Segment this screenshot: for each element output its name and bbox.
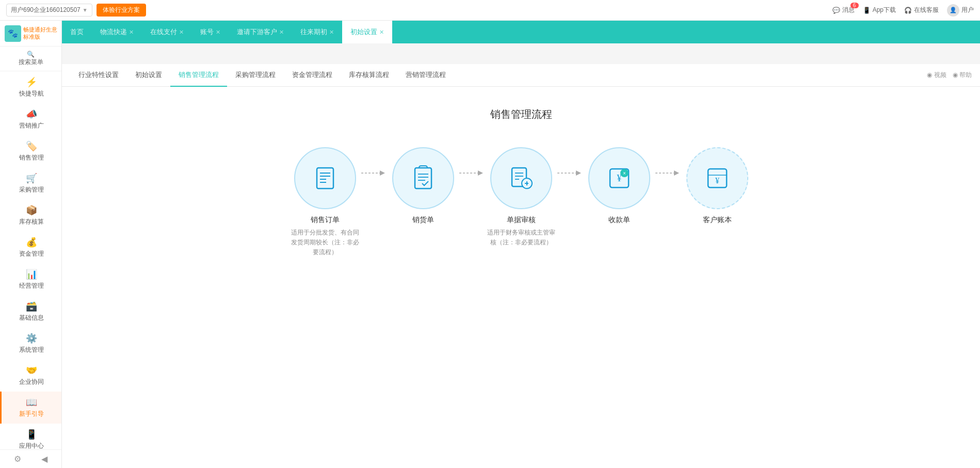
layout: 🐾 畅捷通好生意 标准版 🔍 搜索菜单 ⚡ 快捷导航 📣 营销推广 🏷️ 销售管… (0, 21, 980, 468)
tab-nav: 首页 物流快递 ✕ 在线支付 ✕ 账号 ✕ 邀请下游客户 ✕ 往来期初 ✕ 初始… (62, 21, 980, 43)
user-name-label: 用户 (961, 6, 974, 14)
sidebar-item-marketing-promo[interactable]: 📣 营销推广 (0, 103, 61, 135)
trial-button[interactable]: 体验行业方案 (97, 4, 146, 17)
flow-desc-sales-order: 适用于分批发货、有合同发货周期较长（注：非必要流程） (289, 228, 361, 258)
app-label: App下载 (873, 6, 896, 14)
logo-text: 畅捷通好生意 标准版 (23, 26, 57, 40)
collapse-icon[interactable]: ◀ (41, 454, 47, 464)
message-icon-item[interactable]: 💬 消息 6 (832, 6, 855, 14)
subtab-sales-flow[interactable]: 销售管理流程 (170, 64, 227, 87)
top-bar-right: 💬 消息 6 📱 App下载 🎧 在线客服 👤 用户 (832, 4, 974, 17)
tab-close-period[interactable]: ✕ (329, 29, 334, 36)
tab-init[interactable]: 初始设置 ✕ (342, 21, 392, 43)
tab-logistics[interactable]: 物流快递 ✕ (92, 21, 142, 43)
basic-icon: 🗃️ (26, 301, 37, 312)
purchase-icon: 🛒 (26, 173, 37, 184)
avatar: 👤 (947, 4, 959, 17)
nav-items: ⚡ 快捷导航 📣 营销推广 🏷️ 销售管理 🛒 采购管理 📦 库存核算 💰 (0, 71, 61, 449)
top-bar: 用户690企业1660120507 ▼ 体验行业方案 💬 消息 6 📱 App下… (0, 0, 980, 21)
search-icon: 🔍 (27, 51, 35, 58)
app-download-item[interactable]: 📱 App下载 (863, 6, 896, 14)
subtab-inventory-flow[interactable]: 库存核算流程 (341, 64, 397, 87)
sidebar-item-quick[interactable]: ⚡ 快捷导航 (0, 71, 61, 103)
flow-label-sales-note: 销货单 (412, 215, 434, 225)
user-avatar-item[interactable]: 👤 用户 (947, 4, 974, 17)
flow-circle-sales-note[interactable] (392, 147, 454, 209)
sidebar-item-operations[interactable]: 📊 经营管理 (0, 263, 61, 295)
flow-label-audit: 单据审核 (507, 215, 536, 225)
sidebar-item-sales[interactable]: 🏷️ 销售管理 (0, 135, 61, 167)
flow-item-account-book: ¥ 客户账本 (676, 147, 759, 228)
sidebar-item-finance[interactable]: 💰 资金管理 (0, 231, 61, 263)
tab-close-payment[interactable]: ✕ (179, 29, 184, 36)
sidebar-item-inventory[interactable]: 📦 库存核算 (0, 199, 61, 231)
sidebar-item-apps[interactable]: 📱 应用中心 (0, 424, 61, 449)
subtab-marketing-flow[interactable]: 营销管理流程 (397, 64, 454, 87)
subtab-finance-flow[interactable]: 资金管理流程 (284, 64, 341, 87)
sidebar: 🐾 畅捷通好生意 标准版 🔍 搜索菜单 ⚡ 快捷导航 📣 营销推广 🏷️ 销售管… (0, 21, 62, 468)
svg-text:×: × (623, 170, 626, 176)
flow-circle-receipt[interactable]: ¥ × (588, 147, 650, 209)
tab-period[interactable]: 往来期初 ✕ (292, 21, 342, 43)
service-item[interactable]: 🎧 在线客服 (904, 6, 939, 14)
finance-icon: 💰 (26, 237, 37, 248)
app-icon: 📱 (863, 7, 871, 14)
operations-icon: 📊 (26, 269, 37, 280)
tab-invite[interactable]: 邀请下游客户 ✕ (229, 21, 292, 43)
subtab-purchase-flow[interactable]: 采购管理流程 (227, 64, 284, 87)
flow-item-audit: 单据审核 适用于财务审核或主管审核（注：非必要流程） (480, 147, 563, 247)
collab-icon: 🤝 (26, 365, 37, 376)
help-docs[interactable]: ◉ 帮助 (953, 71, 972, 80)
tab-payment[interactable]: 在线支付 ✕ (142, 21, 192, 43)
tab-home[interactable]: 首页 (62, 21, 92, 43)
apps-icon: 📱 (26, 429, 37, 440)
flow-label-receipt: 收款单 (608, 215, 630, 225)
chevron-down-icon: ▼ (83, 7, 88, 13)
inventory-icon: 📦 (26, 205, 37, 216)
flow-diagram: 销售订单 适用于分批发货、有合同发货周期较长（注：非必要流程） (83, 147, 959, 258)
flow-circle-audit[interactable] (490, 147, 552, 209)
tab-close-invite[interactable]: ✕ (279, 29, 284, 36)
sidebar-item-system[interactable]: ⚙️ 系统管理 (0, 327, 61, 360)
main-content: 行业特性设置 初始设置 销售管理流程 采购管理流程 资金管理流程 库存核算流程 … (62, 64, 980, 468)
tab-close-account[interactable]: ✕ (216, 29, 220, 36)
search-menu[interactable]: 🔍 搜索菜单 (0, 46, 61, 71)
logo-area: 🐾 畅捷通好生意 标准版 (0, 21, 61, 46)
svg-rect-0 (317, 168, 333, 189)
page-title: 销售管理流程 (83, 107, 959, 121)
tab-account[interactable]: 账号 ✕ (192, 21, 229, 43)
sidebar-item-collab[interactable]: 🤝 企业协同 (0, 360, 61, 392)
logo-icon: 🐾 (5, 25, 21, 42)
headset-icon: 🎧 (904, 7, 912, 14)
tab-close-logistics[interactable]: ✕ (129, 29, 134, 36)
marketing-promo-icon: 📣 (26, 108, 37, 120)
flow-label-account-book: 客户账本 (703, 215, 732, 225)
page-body: 销售管理流程 销售订单 适用于分批发货、有合同 (62, 87, 980, 268)
sidebar-item-basic[interactable]: 🗃️ 基础信息 (0, 295, 61, 327)
sidebar-item-guide[interactable]: 📖 新手引导 (0, 392, 61, 424)
sidebar-bottom: ⚙ ◀ (0, 449, 61, 468)
subtab-industry[interactable]: 行业特性设置 (70, 64, 127, 87)
subtab-init[interactable]: 初始设置 (127, 64, 170, 87)
flow-item-receipt: ¥ × 收款单 (578, 147, 661, 228)
service-label: 在线客服 (914, 6, 939, 14)
user-label: 用户690企业1660120507 (11, 6, 81, 14)
svg-text:¥: ¥ (715, 176, 719, 185)
top-bar-left: 用户690企业1660120507 ▼ 体验行业方案 (6, 4, 146, 17)
flow-item-sales-order: 销售订单 适用于分批发货、有合同发货周期较长（注：非必要流程） (284, 147, 366, 258)
flow-desc-audit: 适用于财务审核或主管审核（注：非必要流程） (485, 228, 557, 247)
flow-item-sales-note: 销货单 (382, 147, 464, 228)
user-selector[interactable]: 用户690企业1660120507 ▼ (6, 4, 92, 17)
sales-icon: 🏷️ (26, 141, 37, 152)
settings-icon[interactable]: ⚙ (14, 454, 21, 464)
message-badge: 6 (850, 3, 859, 8)
svg-rect-7 (415, 168, 431, 189)
quick-icon: ⚡ (26, 76, 37, 88)
guide-icon: 📖 (26, 397, 37, 408)
sidebar-item-purchase[interactable]: 🛒 采购管理 (0, 167, 61, 199)
flow-circle-account-book[interactable]: ¥ (686, 147, 748, 209)
tab-close-init[interactable]: ✕ (379, 29, 384, 36)
flow-circle-sales-order[interactable] (294, 147, 356, 209)
video-help[interactable]: ◉ 视频 (927, 71, 946, 80)
flow-label-sales-order: 销售订单 (311, 215, 340, 225)
